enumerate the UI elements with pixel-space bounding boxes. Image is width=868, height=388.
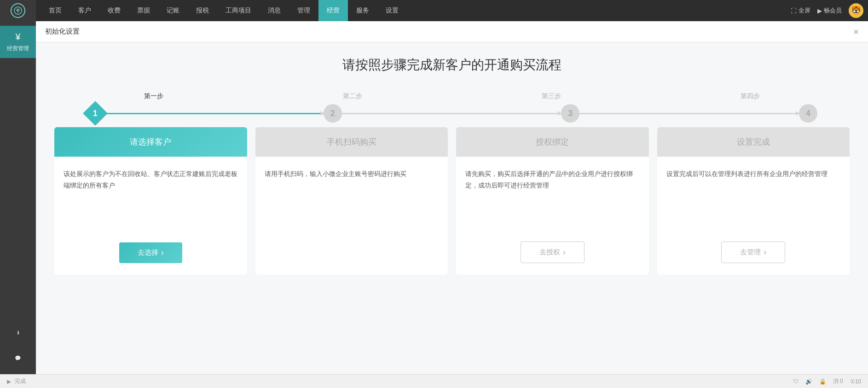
- sidebar-chat-btn[interactable]: 💬: [0, 347, 36, 370]
- nav-customer[interactable]: 客户: [70, 0, 99, 21]
- step4-card-body: 设置完成后可以在管理列表进行所有企业用户的经营管理: [657, 157, 850, 235]
- content-header: 初始化设置 ×: [36, 21, 868, 42]
- nav-bookkeeping[interactable]: 记账: [158, 0, 188, 21]
- logo[interactable]: [0, 0, 36, 21]
- line-2-3: [342, 113, 561, 114]
- step4-btn-label: 去管理: [740, 248, 761, 257]
- step2-card-header: 手机扫码购买: [255, 127, 448, 157]
- nav-business[interactable]: 工商项目: [217, 0, 260, 21]
- step3-label: 第三步: [452, 92, 651, 100]
- step1-btn-label: 去选择: [138, 248, 158, 257]
- avatar[interactable]: 🐯: [849, 3, 863, 18]
- line-1-2: [104, 113, 324, 114]
- yen-icon: ¥: [15, 32, 20, 42]
- fullscreen-icon: ⛶: [791, 7, 797, 14]
- step3-btn-arrow: ›: [563, 247, 566, 257]
- member-btn[interactable]: ▶ 畅会员: [817, 6, 842, 15]
- steps-circles: 1 2 3: [54, 104, 850, 123]
- status-text: 完成: [15, 377, 26, 385]
- main-title: 请按照步骤完成新客户的开通购买流程: [54, 56, 850, 74]
- step4-card-footer: 去管理 ›: [657, 235, 850, 275]
- step4-circle: 4: [799, 104, 817, 123]
- top-nav: 首页 客户 收费 票据 记账 报税 工商项目 消息 管理 经营 服务 设置 ⛶ …: [0, 0, 868, 21]
- step4-action-button[interactable]: 去管理 ›: [721, 241, 785, 263]
- nav-right: ⛶ 全屏 ▶ 畅会员 🐯: [791, 3, 868, 18]
- logo-icon: [11, 3, 25, 18]
- step1-circle: 1: [83, 101, 108, 126]
- download-icon: ⬇: [16, 330, 20, 336]
- sidebar: ¥ 经营管理 ⬇ 💬: [0, 21, 36, 374]
- step3-circle-wrapper: 3: [561, 104, 579, 123]
- nav-operation[interactable]: 经营: [318, 0, 348, 21]
- nav-manage[interactable]: 管理: [289, 0, 318, 21]
- step3-action-button[interactable]: 去授权 ›: [521, 241, 584, 263]
- step4-card-header: 设置完成: [657, 127, 850, 157]
- sidebar-bottom: ⬇ 💬: [0, 321, 36, 374]
- step1-card: 请选择客户 该处展示的客户为不在回收站、客户状态正常建账后完成老板端绑定的所有客…: [54, 127, 247, 275]
- step3-card-body: 请先购买，购买后选择开通的产品中的企业用户进行授权绑定，成功后即可进行经营管理: [456, 157, 649, 235]
- close-button[interactable]: ×: [853, 27, 859, 36]
- step3-card-footer: 去授权 ›: [456, 235, 649, 275]
- step1-card-header: 请选择客户: [54, 127, 247, 157]
- cards-row: 请选择客户 该处展示的客户为不在回收站、客户状态正常建账后完成老板端绑定的所有客…: [54, 127, 850, 275]
- nav-settings[interactable]: 设置: [377, 0, 407, 21]
- nav-tax[interactable]: 报税: [188, 0, 217, 21]
- step2-card-footer: [255, 256, 448, 275]
- page-body: 请按照步骤完成新客户的开通购买流程 第一步 第二步 第三步 第四步 1: [36, 42, 868, 374]
- step3-card: 授权绑定 请先购买，购买后选择开通的产品中的企业用户进行授权绑定，成功后即可进行…: [456, 127, 649, 275]
- nav-service[interactable]: 服务: [348, 0, 377, 21]
- play-status-icon: ▶: [7, 378, 11, 385]
- shield-icon: 🛡: [793, 378, 799, 385]
- step1-circle-wrapper: 1: [87, 105, 104, 122]
- steps-labels: 第一步 第二步 第三步 第四步: [54, 92, 850, 100]
- step3-circle: 3: [561, 104, 579, 123]
- nav-invoice[interactable]: 票据: [129, 0, 158, 21]
- sidebar-item-label: 经营管理: [7, 45, 29, 53]
- status-right: 🛡 🔊 🔒 消 0 ①10: [793, 377, 861, 385]
- nav-fee[interactable]: 收费: [99, 0, 129, 21]
- step1-card-footer: 去选择 ›: [54, 235, 247, 275]
- steps-wrapper: 第一步 第二步 第三步 第四步 1: [54, 92, 850, 123]
- status-bar: ▶ 完成 🛡 🔊 🔒 消 0 ①10: [0, 374, 868, 388]
- nav-items: 首页 客户 收费 票据 记账 报税 工商项目 消息 管理 经营 服务 设置: [36, 0, 791, 21]
- step1-card-body: 该处展示的客户为不在回收站、客户状态正常建账后完成老板端绑定的所有客户: [54, 157, 247, 235]
- lock-icon: 🔒: [819, 378, 826, 385]
- nav-message[interactable]: 消息: [260, 0, 289, 21]
- volume-icon: 🔊: [805, 378, 812, 385]
- step1-action-button[interactable]: 去选择 ›: [119, 242, 182, 263]
- chat-icon: 💬: [15, 355, 21, 361]
- step1-label: 第一步: [54, 92, 253, 100]
- notification-count: ①10: [850, 378, 861, 385]
- sidebar-download-btn[interactable]: ⬇: [0, 321, 36, 344]
- step4-card: 设置完成 设置完成后可以在管理列表进行所有企业用户的经营管理 去管理 ›: [657, 127, 850, 275]
- step2-circle: 2: [324, 104, 342, 123]
- step3-btn-label: 去授权: [539, 248, 560, 257]
- status-left: ▶ 完成: [7, 377, 26, 385]
- step2-card: 手机扫码购买 请用手机扫码，输入小微企业主账号密码进行购买: [255, 127, 448, 275]
- main-layout: ¥ 经营管理 ⬇ 💬 初始化设置 × 请按照步骤完成新客户的开通购买流程: [0, 21, 868, 374]
- play-icon: ▶: [817, 7, 822, 14]
- step1-btn-arrow: ›: [161, 248, 164, 258]
- step4-circle-wrapper: 4: [799, 104, 817, 123]
- step4-btn-arrow: ›: [764, 247, 766, 257]
- step4-label: 第四步: [651, 92, 850, 100]
- step2-circle-wrapper: 2: [324, 104, 342, 123]
- fullscreen-btn[interactable]: ⛶ 全屏: [791, 6, 810, 15]
- line-3-4: [579, 113, 799, 114]
- message-count: 消 0: [833, 377, 843, 385]
- page-title: 初始化设置: [45, 27, 80, 36]
- nav-home[interactable]: 首页: [41, 0, 70, 21]
- sidebar-item-operation[interactable]: ¥ 经营管理: [0, 26, 36, 58]
- step2-card-body: 请用手机扫码，输入小微企业主账号密码进行购买: [255, 157, 448, 256]
- content-area: 初始化设置 × 请按照步骤完成新客户的开通购买流程 第一步 第二步 第三步 第四…: [36, 21, 868, 374]
- step2-label: 第二步: [253, 92, 452, 100]
- step3-card-header: 授权绑定: [456, 127, 649, 157]
